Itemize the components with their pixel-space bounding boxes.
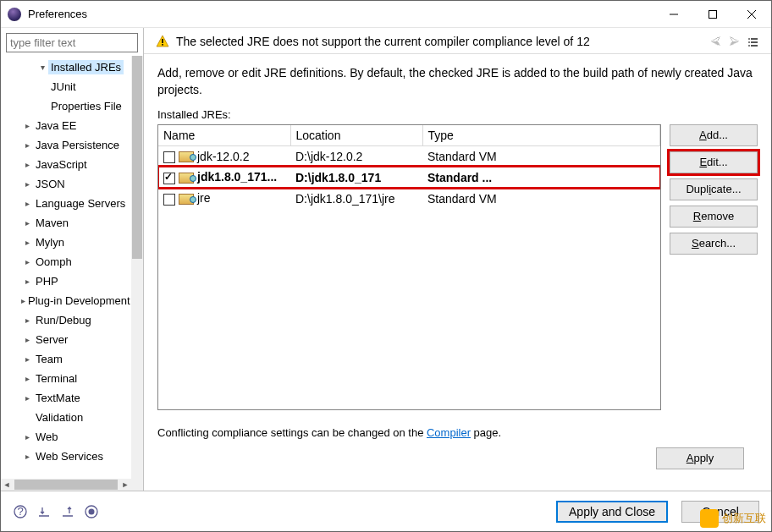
minimize-button[interactable] [654,1,693,28]
jre-icon [179,194,194,205]
table-row[interactable]: jdk1.8.0_171...D:\jdk1.8.0_171Standard .… [158,167,660,188]
jre-buttons: Add... Edit... Duplicate... Remove Searc… [670,124,758,410]
tree-vertical-scrollbar[interactable] [131,56,143,479]
scrollbar-corner [131,479,143,491]
apply-button[interactable]: Apply [656,447,744,469]
tree-item[interactable]: ▸Run/Debug [1,310,131,330]
expand-icon[interactable]: ▸ [21,199,33,208]
col-location[interactable]: Location [290,125,422,146]
tree-item-label: Mylyn [33,235,67,250]
edit-button[interactable]: Edit... [670,151,758,173]
help-icon[interactable]: ? [13,504,28,519]
table-row[interactable]: jdk-12.0.2D:\jdk-12.0.2Standard VM [158,145,660,167]
checkbox[interactable] [163,173,175,184]
compiler-link[interactable]: Compiler [427,426,471,439]
expand-icon[interactable]: ▸ [21,218,33,228]
tree-item[interactable]: ▸Plug-in Development [1,291,131,310]
scroll-right-arrow[interactable]: ► [119,480,131,489]
remove-button[interactable]: Remove [670,206,758,228]
tree-item[interactable]: ▸Web Services [1,447,131,466]
cancel-button[interactable]: Cancel [681,501,759,523]
tree-item[interactable]: ▸Mylyn [1,233,131,252]
minimize-icon [670,10,678,19]
back-icon[interactable]: ⮘ [709,35,722,48]
tree-item[interactable]: ▸JavaScript [1,155,131,174]
expand-icon[interactable]: ▸ [21,179,33,189]
expand-icon[interactable]: ▸ [21,160,33,169]
record-icon[interactable] [84,504,99,519]
expand-icon[interactable]: ▸ [21,238,33,247]
filter-input[interactable] [6,33,138,52]
svg-point-5 [748,45,750,47]
tree-item[interactable]: ▸Java Persistence [1,135,131,155]
tree-item[interactable]: ▸PHP [1,271,131,291]
tree-item[interactable]: ▸Language Servers [1,194,131,213]
svg-rect-0 [709,10,717,18]
expand-icon[interactable]: ▸ [21,452,33,461]
expand-icon[interactable]: ▾ [36,63,48,72]
tree-item[interactable]: JUnit [1,77,131,96]
page-header: The selected JRE does not support the cu… [144,28,771,54]
expand-icon[interactable]: ▸ [21,315,33,325]
expand-icon[interactable]: ▸ [21,432,33,442]
duplicate-button[interactable]: Duplicate... [670,178,758,200]
sidebar: ▾Installed JREsJUnitProperties File▸Java… [1,28,144,491]
tree-item[interactable]: ▸Web [1,427,131,447]
scrollbar-thumb[interactable] [14,480,118,490]
scroll-left-arrow[interactable]: ◄ [1,480,13,489]
tree-item[interactable]: ▸TextMate [1,388,131,408]
tree-item[interactable]: ▸JSON [1,174,131,194]
svg-point-3 [748,38,750,40]
checkbox[interactable] [163,151,175,163]
tree-item[interactable]: Properties File [1,96,131,116]
svg-rect-7 [751,41,758,43]
eclipse-icon [8,8,21,21]
table-row[interactable]: jreD:\jdk1.8.0_171\jreStandard VM [158,188,660,209]
export-icon[interactable] [60,504,75,519]
tree-horizontal-scrollbar[interactable]: ◄ ► [1,479,131,491]
expand-icon[interactable]: ▸ [21,354,33,364]
expand-icon[interactable]: ▸ [21,335,33,344]
expand-icon[interactable]: ▸ [21,121,33,130]
tree-item[interactable]: ▸Maven [1,213,131,233]
search-button[interactable]: Search... [670,233,758,255]
close-button[interactable] [732,1,771,28]
preferences-tree[interactable]: ▾Installed JREsJUnitProperties File▸Java… [1,56,131,479]
col-type[interactable]: Type [422,125,660,146]
tree-item-label: TextMate [33,391,83,405]
svg-point-4 [748,41,750,43]
scrollbar-thumb[interactable] [132,56,142,259]
expand-icon[interactable]: ▸ [21,393,33,403]
tree-item[interactable]: ▸Java EE [1,116,131,135]
svg-rect-1 [162,39,163,43]
tree-item-label: Properties File [48,99,124,113]
expand-icon[interactable]: ▸ [21,257,33,266]
tree-item-label: Oomph [33,255,74,269]
tree-item-label: Plug-in Development [25,293,131,308]
checkbox[interactable] [163,194,175,206]
forward-icon[interactable]: ⮚ [727,35,741,48]
menu-icon[interactable] [746,35,759,48]
header-toolbar: ⮘ ⮚ [709,35,759,48]
expand-icon[interactable]: ▸ [21,140,33,150]
tree-item[interactable]: ▸Team [1,349,131,369]
tree-item[interactable]: ▾Installed JREs [1,58,131,77]
maximize-button[interactable] [693,1,732,28]
maximize-icon [709,10,717,19]
add-button[interactable]: Add... [670,124,758,146]
content-pane: The selected JRE does not support the cu… [144,28,771,491]
tree-item[interactable]: ▸Server [1,330,131,349]
expand-icon[interactable]: ▸ [21,277,33,286]
table-header-row: Name Location Type [158,125,660,146]
filter-wrap [6,33,138,52]
tree-item-label: Server [33,332,70,347]
svg-rect-6 [751,38,758,40]
col-name[interactable]: Name [158,125,290,146]
tree-item[interactable]: Validation [1,408,131,427]
expand-icon[interactable]: ▸ [21,374,33,383]
tree-item[interactable]: ▸Oomph [1,252,131,271]
tree-item[interactable]: ▸Terminal [1,369,131,388]
import-icon[interactable] [36,504,52,519]
jre-table[interactable]: Name Location Type jdk-12.0.2D:\jdk-12.0… [157,124,661,410]
apply-and-close-button[interactable]: Apply and Close [556,501,668,523]
